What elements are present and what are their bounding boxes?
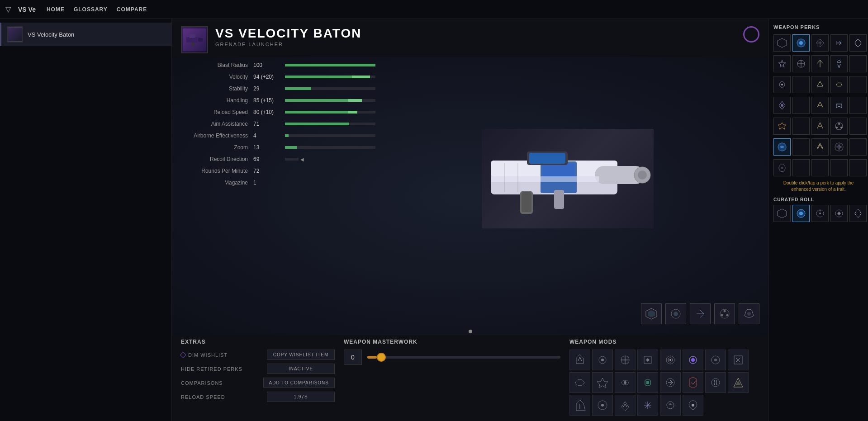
mod-slot[interactable] — [615, 395, 636, 416]
mod-slot[interactable] — [569, 350, 590, 370]
mod-slot[interactable] — [569, 372, 590, 393]
perk-cell[interactable] — [830, 76, 848, 93]
mod-slot[interactable] — [705, 372, 726, 393]
stat-bar — [285, 123, 375, 125]
perk-cell[interactable] — [773, 159, 791, 176]
perk-bottom-2[interactable] — [665, 303, 686, 324]
mod-slot[interactable] — [728, 350, 749, 370]
perk-cell[interactable] — [773, 76, 791, 93]
nav-links: HOME GLOSSARY COMPARE — [47, 6, 147, 13]
perk-bottom-4[interactable] — [714, 303, 735, 324]
weapon-area: Blast Radius 100 Velocity 94 (+20) — [172, 57, 768, 335]
perk-cell[interactable] — [792, 138, 810, 156]
svg-point-48 — [692, 404, 694, 407]
perk-cell[interactable] — [849, 34, 867, 52]
perk-cell[interactable] — [849, 159, 867, 176]
stat-value: 80 (+10) — [253, 109, 285, 115]
perk-cell[interactable] — [792, 76, 810, 93]
svg-point-46 — [601, 404, 604, 407]
stats-panel: Blast Radius 100 Velocity 94 (+20) — [181, 61, 375, 296]
svg-point-67 — [820, 210, 821, 212]
mod-slot[interactable] — [592, 350, 613, 370]
curated-perk-cell[interactable] — [830, 205, 848, 222]
stat-label: Velocity — [181, 74, 253, 80]
perk-cell[interactable] — [830, 118, 848, 135]
mod-slot[interactable] — [637, 395, 658, 416]
add-to-comparisons-button[interactable]: ADD TO COMPARISONS — [263, 378, 335, 388]
perk-cell[interactable] — [811, 159, 829, 176]
perk-cell[interactable] — [792, 97, 810, 114]
svg-point-8 — [638, 170, 647, 180]
perk-cell[interactable] — [849, 97, 867, 114]
nav-glossary[interactable]: GLOSSARY — [74, 6, 108, 13]
svg-rect-35 — [691, 358, 695, 362]
mod-slot[interactable] — [660, 395, 681, 416]
perk-cell[interactable] — [849, 138, 867, 156]
mod-slot[interactable] — [592, 372, 613, 393]
stat-bar-fill — [285, 146, 297, 149]
perk-cell[interactable] — [830, 138, 848, 156]
mod-slot[interactable] — [705, 350, 726, 370]
sidebar-item[interactable]: VS Velocity Baton — [0, 23, 171, 46]
perk-cell[interactable] — [849, 118, 867, 135]
perk-cell[interactable] — [773, 55, 791, 72]
perk-cell[interactable] — [773, 138, 791, 156]
perk-cell[interactable] — [792, 159, 810, 176]
reload-speed-value[interactable]: 1.97s — [267, 392, 335, 402]
mod-slot[interactable] — [637, 372, 658, 393]
perk-cell[interactable] — [811, 97, 829, 114]
curated-perk-cell[interactable] — [849, 205, 867, 222]
perk-cell[interactable] — [792, 118, 810, 135]
perk-cell[interactable] — [830, 159, 848, 176]
perk-cell[interactable] — [830, 97, 848, 114]
mod-slot[interactable] — [660, 350, 681, 370]
stat-bar-bonus — [348, 99, 362, 102]
weapon-type: GRENADE LAUNCHER — [215, 42, 759, 47]
perk-bottom-5[interactable] — [739, 303, 759, 324]
curated-perk-cell[interactable] — [773, 205, 791, 222]
sidebar-item-name: VS Velocity Baton — [28, 31, 74, 38]
mod-slot[interactable] — [728, 372, 749, 393]
perk-cell[interactable] — [773, 118, 791, 135]
perk-cell[interactable] — [849, 76, 867, 93]
svg-rect-1 — [198, 38, 203, 42]
perk-cell[interactable] — [811, 138, 829, 156]
curated-perk-cell[interactable] — [811, 205, 829, 222]
perk-cell[interactable] — [849, 55, 867, 72]
filter-icon[interactable]: ▽ — [5, 5, 11, 14]
perk-cell[interactable] — [773, 34, 791, 52]
mod-slot[interactable] — [660, 372, 681, 393]
mod-slot[interactable] — [683, 395, 703, 416]
search-text[interactable]: VS Ve — [18, 6, 36, 13]
mod-slot[interactable] — [615, 350, 636, 370]
mod-slot[interactable] — [569, 395, 590, 416]
stat-stability: Stability 29 — [181, 84, 375, 93]
mod-slot[interactable] — [615, 372, 636, 393]
nav-compare[interactable]: COMPARE — [117, 6, 147, 13]
svg-point-22 — [724, 310, 726, 312]
perk-bottom-1[interactable] — [641, 303, 662, 324]
perk-cell[interactable] — [811, 118, 829, 135]
perk-cell[interactable] — [773, 97, 791, 114]
mod-slot[interactable] — [683, 372, 703, 393]
perk-cell[interactable] — [792, 34, 810, 52]
mod-slot[interactable] — [637, 350, 658, 370]
mods-grid — [569, 350, 759, 416]
perk-cell[interactable] — [792, 55, 810, 72]
perk-cell[interactable] — [811, 55, 829, 72]
perk-row-3 — [773, 76, 863, 93]
masterwork-fill — [367, 356, 377, 359]
masterwork-slider[interactable] — [367, 356, 560, 359]
perk-cell[interactable] — [811, 76, 829, 93]
nav-home[interactable]: HOME — [47, 6, 65, 13]
mod-slot[interactable] — [683, 350, 703, 370]
perk-bottom-3[interactable] — [690, 303, 711, 324]
copy-wishlist-button[interactable]: COPY WISHLIST ITEM — [267, 350, 335, 360]
curated-perk-cell[interactable] — [792, 205, 810, 222]
perk-cell[interactable] — [830, 34, 848, 52]
inactive-button[interactable]: INACTIVE — [267, 364, 335, 374]
perk-cell[interactable] — [830, 55, 848, 72]
bottom-panels: EXTRAS DIM WISHLIST COPY WISHLIST ITEM H… — [172, 335, 768, 421]
perk-cell[interactable] — [811, 34, 829, 52]
mod-slot[interactable] — [592, 395, 613, 416]
